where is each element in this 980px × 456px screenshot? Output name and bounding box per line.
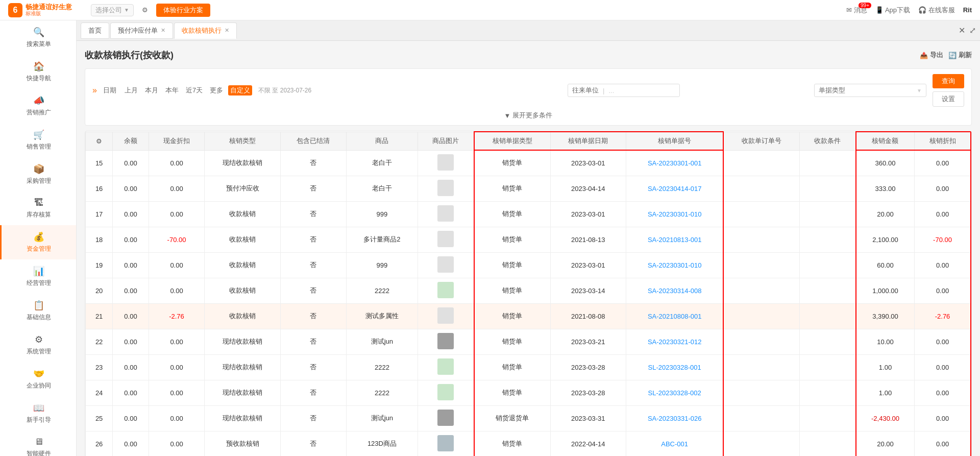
sidebar-item-guide[interactable]: 📖 新手引导 xyxy=(0,396,76,430)
table-row: 17 0.00 0.00 收款核销 否 999 销货单 2023-03-01 S… xyxy=(86,201,971,227)
cell-verify-amount: 1.00 xyxy=(856,380,915,405)
sidebar-item-marketing[interactable]: 📣 营销推广 xyxy=(0,89,76,123)
sidebar-item-inventory[interactable]: 🏗 库存核算 xyxy=(0,191,76,225)
page-content: 收款核销执行(按收款) 📤 导出 🔄 刷新 » 日期 xyxy=(77,41,980,456)
bill-no-link[interactable]: SA-20210808-001 xyxy=(648,313,702,320)
sidebar-item-business[interactable]: 📊 经营管理 xyxy=(0,259,76,294)
cell-verify-amount: 10.00 xyxy=(856,329,915,354)
tab-expand-icon[interactable]: ⤢ xyxy=(969,26,976,35)
service-button[interactable]: 🎧 在线客服 xyxy=(918,6,955,15)
cell-bill-type: 销货单 xyxy=(474,252,550,278)
cell-bill-type: 销货单 xyxy=(474,431,550,456)
partner-field[interactable]: 往来单位 | ... xyxy=(568,84,680,97)
cell-bill-date: 2023-03-01 xyxy=(550,201,626,227)
bill-no-link[interactable]: SA-20230301-001 xyxy=(648,159,702,167)
sidebar-item-purchase[interactable]: 📦 采购管理 xyxy=(0,157,76,191)
sidebar-item-collab[interactable]: 🤝 企业协同 xyxy=(0,362,76,396)
query-button[interactable]: 查询 xyxy=(933,74,964,88)
bill-no-link[interactable]: SA-20210813-001 xyxy=(648,236,702,244)
cell-bill-no: ABC-001 xyxy=(626,431,724,456)
bill-no-link[interactable]: ABC-001 xyxy=(661,440,688,448)
cell-receipt-condition xyxy=(800,176,856,201)
cell-balance: 0.00 xyxy=(113,278,149,303)
cell-verify-amount: 3,390.00 xyxy=(856,303,915,329)
date-btn-this-month[interactable]: 本月 xyxy=(143,85,160,95)
bill-no-link[interactable]: SL-20230328-002 xyxy=(648,389,701,397)
partner-placeholder: ... xyxy=(608,87,675,94)
sidebar-item-hardware[interactable]: 🖥 智能硬件 xyxy=(0,430,76,456)
bill-no-link[interactable]: SA-20230314-008 xyxy=(648,287,702,295)
product-image xyxy=(437,231,454,247)
cell-receipt-condition xyxy=(800,303,856,329)
cell-product-img xyxy=(418,278,474,303)
bill-no-link[interactable]: SL-20230328-001 xyxy=(648,364,701,371)
filter-collapse-icon[interactable]: » xyxy=(92,86,97,95)
messages-button[interactable]: ✉ 消息 99+ xyxy=(846,6,867,15)
tab-prepay[interactable]: 预付冲应付单 ✕ xyxy=(110,22,173,39)
cell-cash-discount: -70.00 xyxy=(149,227,205,252)
col-bill-type: 核销单据类型 xyxy=(474,132,550,150)
cell-included-settled: 否 xyxy=(280,176,346,201)
date-btn-this-year[interactable]: 本年 xyxy=(163,85,181,95)
refresh-label: 刷新 xyxy=(959,51,972,60)
tab-receipt[interactable]: 收款核销执行 ✕ xyxy=(174,22,237,39)
bill-no-link[interactable]: SA-20230301-010 xyxy=(648,210,702,218)
date-btn-last-month[interactable]: 上月 xyxy=(122,85,140,95)
date-btn-more[interactable]: 更多 xyxy=(208,85,225,95)
expand-conditions-button[interactable]: ▼ 展开更多条件 xyxy=(504,111,553,120)
cell-product-img xyxy=(418,329,474,354)
col-bill-no: 核销单据号 xyxy=(626,132,724,150)
col-settings[interactable]: ⚙ xyxy=(86,132,113,150)
cell-product: 老白干 xyxy=(346,176,418,201)
cell-product: 123D商品 xyxy=(346,431,418,456)
user-name[interactable]: Rit xyxy=(963,6,972,14)
app-download-button[interactable]: 📱 App下载 xyxy=(875,6,910,15)
date-btn-7days[interactable]: 近7天 xyxy=(184,85,205,95)
cell-balance: 0.00 xyxy=(113,252,149,278)
date-btn-custom[interactable]: 自定义 xyxy=(228,85,252,95)
finance-icon: 💰 xyxy=(33,231,44,243)
chevron-down-icon-3: ▼ xyxy=(504,112,511,119)
sidebar-label-collab: 企业协同 xyxy=(27,381,51,390)
sidebar-item-sales[interactable]: 🛒 销售管理 xyxy=(0,123,76,157)
bill-no-link[interactable]: SA-20230331-026 xyxy=(648,415,702,422)
tab-receipt-close[interactable]: ✕ xyxy=(225,27,229,34)
refresh-button[interactable]: 🔄 刷新 xyxy=(948,51,972,60)
main-layout: 🔍 搜索菜单 🏠 快捷导航 📣 营销推广 🛒 销售管理 📦 采购管理 🏗 库存核… xyxy=(0,20,980,456)
cell-included-settled: 否 xyxy=(280,227,346,252)
settings-icon[interactable]: ⚙ xyxy=(138,3,152,17)
bill-no-link[interactable]: SA-20230414-017 xyxy=(648,185,702,193)
sidebar-item-system[interactable]: ⚙ 系统管理 xyxy=(0,328,76,362)
sidebar-item-finance[interactable]: 💰 资金管理 xyxy=(0,225,76,259)
tab-home[interactable]: 首页 xyxy=(81,22,109,39)
sidebar-item-base[interactable]: 📋 基础信息 xyxy=(0,294,76,328)
top-right: ✉ 消息 99+ 📱 App下载 🎧 在线客服 Rit xyxy=(846,6,972,15)
cell-cash-discount: 0.00 xyxy=(149,201,205,227)
settings-button[interactable]: 设置 xyxy=(933,91,964,107)
cell-bill-date: 2023-03-14 xyxy=(550,278,626,303)
cell-bill-no: SA-20210808-001 xyxy=(626,303,724,329)
cell-verify-discount: 0.00 xyxy=(915,431,971,456)
cell-verify-type: 收款核销 xyxy=(205,201,281,227)
column-settings-icon[interactable]: ⚙ xyxy=(96,137,102,145)
tab-prepay-close[interactable]: ✕ xyxy=(161,27,165,34)
product-image xyxy=(437,154,454,171)
cell-product: 多计量商品2 xyxy=(346,227,418,252)
solution-button[interactable]: 体验行业方案 xyxy=(156,4,210,17)
cell-receipt-order xyxy=(723,176,799,201)
cell-id: 16 xyxy=(86,176,113,201)
tab-close-all-icon[interactable]: ✕ xyxy=(959,26,965,35)
cell-verify-type: 现结收款核销 xyxy=(205,329,281,354)
app-label: App下载 xyxy=(885,6,910,14)
bill-no-link[interactable]: SA-20230301-010 xyxy=(648,261,702,269)
bill-type-field[interactable]: 单据类型 ▼ xyxy=(814,84,926,97)
export-button[interactable]: 📤 导出 xyxy=(920,51,943,60)
sidebar-item-search[interactable]: 🔍 搜索菜单 xyxy=(0,20,76,55)
cell-verify-type: 现结收款核销 xyxy=(205,380,281,405)
bill-no-link[interactable]: SA-20230321-012 xyxy=(648,338,702,346)
hardware-icon: 🖥 xyxy=(34,437,43,447)
company-selector[interactable]: 选择公司 ▼ xyxy=(91,4,134,16)
cell-product: 2222 xyxy=(346,354,418,380)
sidebar-item-shortcut[interactable]: 🏠 快捷导航 xyxy=(0,55,76,89)
sidebar-label-system: 系统管理 xyxy=(27,347,51,356)
